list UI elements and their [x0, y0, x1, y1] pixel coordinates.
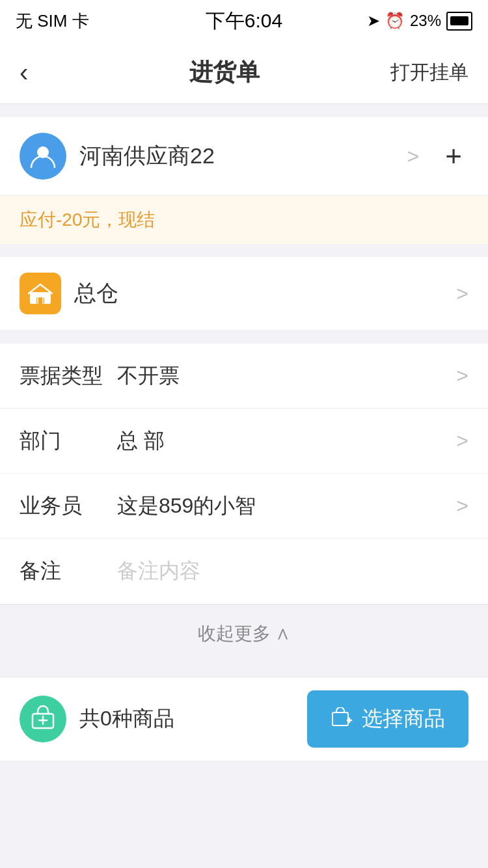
remark-label: 备注 [20, 557, 111, 586]
form-section: 票据类型 不开票 > 部门 总 部 > 业务员 这是859的小智 > 备注 备注… [0, 344, 488, 604]
department-chevron: > [456, 429, 468, 453]
section-gap-4 [0, 662, 488, 675]
supplier-card: 河南供应商22 > + 应付-20元，现结 [0, 117, 488, 244]
battery-text: 23% [410, 12, 441, 30]
collapse-label: 收起更多 ∧ [198, 621, 291, 646]
page-background [0, 761, 488, 868]
select-product-label: 选择商品 [362, 705, 445, 733]
svg-rect-4 [332, 712, 348, 726]
nav-title: 进货单 [189, 57, 260, 88]
salesperson-label: 业务员 [20, 492, 111, 521]
select-product-icon [331, 707, 354, 731]
department-row[interactable]: 部门 总 部 > [0, 409, 488, 474]
department-label: 部门 [20, 427, 111, 455]
status-bar-right: ➤ ⏰ 23% [367, 12, 472, 31]
warehouse-row[interactable]: 总仓 > [0, 257, 488, 331]
supplier-row-right: > + [407, 140, 468, 172]
invoice-type-chevron: > [456, 364, 468, 388]
invoice-type-label: 票据类型 [20, 362, 111, 390]
location-icon: ➤ [367, 12, 380, 30]
salesperson-value: 这是859的小智 [111, 492, 450, 521]
battery-icon [446, 12, 472, 31]
warehouse-chevron-icon: > [456, 282, 468, 306]
product-count: 共0种商品 [79, 705, 307, 733]
salesperson-chevron: > [456, 494, 468, 518]
back-button[interactable]: ‹ [20, 58, 59, 87]
notice-text: 应付-20元，现结 [20, 210, 155, 230]
collapse-bar[interactable]: 收起更多 ∧ [0, 604, 488, 662]
status-bar-time: 下午6:04 [206, 8, 282, 34]
invoice-type-value: 不开票 [111, 362, 450, 390]
warehouse-icon [20, 273, 61, 314]
section-gap-3 [0, 331, 488, 344]
supplier-chevron-icon: > [407, 144, 420, 169]
invoice-type-row[interactable]: 票据类型 不开票 > [0, 344, 488, 409]
supplier-name: 河南供应商22 [79, 141, 407, 171]
status-bar: 无 SIM 卡 下午6:04 ➤ ⏰ 23% [0, 0, 488, 42]
notice-bar: 应付-20元，现结 [0, 196, 488, 244]
select-product-button[interactable]: 选择商品 [307, 690, 468, 748]
carrier-text: 无 SIM 卡 [16, 10, 89, 33]
section-gap-1 [0, 104, 488, 117]
alarm-icon: ⏰ [385, 12, 405, 30]
department-value: 总 部 [111, 427, 450, 455]
nav-bar: ‹ 进货单 打开挂单 [0, 42, 488, 104]
status-bar-left: 无 SIM 卡 [16, 10, 96, 33]
add-supplier-button[interactable]: + [439, 140, 468, 172]
salesperson-row[interactable]: 业务员 这是859的小智 > [0, 474, 488, 539]
remark-row[interactable]: 备注 备注内容 [0, 539, 488, 604]
warehouse-name: 总仓 [74, 278, 456, 308]
product-bar: 共0种商品 选择商品 [0, 677, 488, 761]
supplier-row[interactable]: 河南供应商22 > + [0, 117, 488, 196]
supplier-avatar [20, 133, 66, 180]
remark-placeholder: 备注内容 [111, 557, 468, 586]
open-pending-button[interactable]: 打开挂单 [390, 59, 468, 86]
warehouse-card: 总仓 > [0, 257, 488, 331]
section-gap-2 [0, 244, 488, 257]
product-icon [20, 696, 66, 742]
